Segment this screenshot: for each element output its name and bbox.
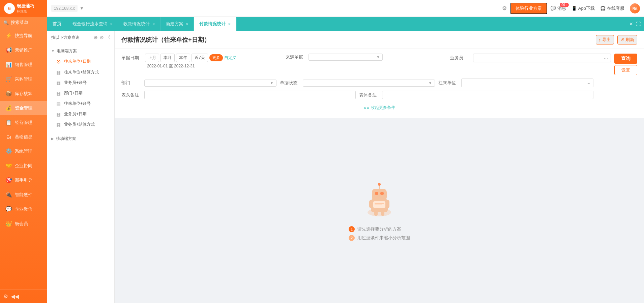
- purchase-icon: 🛒: [5, 76, 12, 82]
- sidebar-item-purchase[interactable]: 🛒 采购管理: [0, 72, 47, 86]
- source-voucher-select[interactable]: ▼: [309, 54, 383, 61]
- svg-rect-4: [374, 211, 378, 216]
- partner-dots-icon[interactable]: ···: [586, 80, 590, 86]
- scheme-item-partner-settle[interactable]: ▦ 往来单位+结算方式: [47, 67, 114, 78]
- svg-rect-7: [375, 192, 378, 195]
- sidebar-item-wechat[interactable]: 💬 企业微信: [0, 202, 47, 216]
- phone-icon: 📱: [572, 6, 577, 11]
- scheme-group-pc-header[interactable]: ▼ 电脑端方案: [47, 46, 114, 56]
- wechat-icon: 💬: [5, 206, 12, 212]
- action-buttons: 查询 设置: [614, 54, 637, 75]
- sidebar-item-marketing[interactable]: 📢 营销推广: [0, 43, 47, 57]
- scheme-item-dept-date[interactable]: ▦ 部门+日期: [47, 88, 114, 98]
- partner-select[interactable]: ···: [461, 79, 593, 87]
- tab-bar: 首页 现金银行流水查询 × 收款情况统计 × 新建方案 × 付款情况统计 × ✕…: [47, 17, 644, 31]
- sidebar-item-system[interactable]: ⚙️ 系统管理: [0, 144, 47, 158]
- scheme-item-staff-settle[interactable]: ▦ 业务员+结算方式: [47, 119, 114, 130]
- header-settings-icon[interactable]: ⚙: [502, 5, 507, 11]
- collapse-panel-btn[interactable]: 《: [106, 34, 110, 40]
- scheme-settings-btn[interactable]: ⊛: [100, 35, 104, 40]
- refresh-btn[interactable]: ↺ 刷新: [617, 35, 637, 44]
- user-avatar[interactable]: Rit: [630, 3, 640, 13]
- custom-date-btn[interactable]: 自定义: [224, 55, 236, 61]
- guide-icon: 🎯: [5, 177, 12, 183]
- scheme-group-pc: ▼ 电脑端方案 ⊙ 往来单位+日期 ▦ 往来单位+结算方式 ▦ 业务员+账号 ▦: [47, 44, 114, 132]
- tab-new-scheme[interactable]: 新建方案 ×: [160, 17, 194, 31]
- last-7days-btn[interactable]: 近7天: [192, 54, 208, 62]
- message-btn[interactable]: 💬 消息 99+: [551, 5, 566, 11]
- this-month-btn[interactable]: 本月: [160, 54, 175, 62]
- table-header-note-field: 表头备注: [121, 91, 356, 99]
- scheme-group-mobile-header[interactable]: ▶ 移动端方案: [47, 134, 114, 144]
- tab-bank-flow[interactable]: 现金银行流水查询 ×: [67, 17, 118, 31]
- search-icon: 🔍: [3, 20, 9, 25]
- salesman-dots-icon[interactable]: ···: [604, 55, 608, 61]
- partner-field: 往来单位 ···: [438, 79, 593, 87]
- sidebar-nav: ⚡ 快捷导航 📢 营销推广 📊 销售管理 🛒 采购管理 📦 库存核算 💰 资金管…: [0, 28, 47, 290]
- table-body-note-label: 表体备注: [359, 92, 379, 98]
- dept-select[interactable]: ▼: [144, 80, 276, 87]
- more-btn[interactable]: 更多: [209, 54, 223, 61]
- filter-row-2: 部门 ▼ 单据状态 ▼ 往来单位: [121, 79, 637, 87]
- empty-tip-1: 1 请先选择要分析的方案: [349, 226, 410, 232]
- export-btn[interactable]: ↑ 导出: [596, 35, 614, 44]
- query-btn[interactable]: 查询: [614, 54, 637, 64]
- scheme-icon-6: ▦: [55, 122, 61, 127]
- sidebar-item-operation[interactable]: 📋 经营管理: [0, 115, 47, 130]
- scheme-item-partner-date[interactable]: ⊙ 往来单位+日期: [47, 56, 114, 67]
- sidebar-bottom: ⚙ ◀◀: [0, 290, 47, 303]
- app-download-btn[interactable]: 📱 App下载: [572, 5, 595, 11]
- salesman-select[interactable]: ···: [473, 54, 611, 62]
- source-voucher-label: 来源单据: [286, 54, 306, 60]
- add-scheme-btn[interactable]: ⊕: [94, 35, 98, 40]
- sidebar-settings-btn[interactable]: ⚙: [3, 293, 8, 300]
- scheme-icon-4: ▤: [55, 101, 61, 107]
- maximize-btn[interactable]: ⛶: [636, 21, 641, 27]
- tab-close-payment-stat[interactable]: ×: [228, 22, 230, 26]
- partner-label: 往来单位: [438, 80, 459, 86]
- scheme-item-partner-account[interactable]: ▤ 往来单位+账号: [47, 98, 114, 109]
- vip-icon: 👑: [5, 220, 12, 227]
- headset-icon: 🎧: [600, 6, 606, 11]
- scheme-item-staff-date[interactable]: ▦ 业务员+日期: [47, 109, 114, 119]
- finance-icon: 💰: [5, 105, 12, 111]
- sidebar-item-guide[interactable]: 🎯 新手引导: [0, 173, 47, 187]
- sidebar-item-enterprise[interactable]: 🤝 企业协同: [0, 158, 47, 173]
- sidebar-collapse-btn[interactable]: ◀◀: [11, 293, 19, 300]
- empty-tip-2: 2 用过滤条件来缩小分析范围: [349, 235, 410, 241]
- tab-home[interactable]: 首页: [47, 17, 67, 31]
- this-year-btn[interactable]: 本年: [176, 54, 190, 62]
- sidebar-item-vip[interactable]: 👑 畅会员: [0, 216, 47, 231]
- svg-rect-6: [372, 189, 387, 201]
- tab-close-receipt-stat[interactable]: ×: [152, 22, 154, 26]
- export-icon: ↑: [599, 37, 601, 42]
- tab-close-new-scheme[interactable]: ×: [186, 22, 188, 26]
- set-btn[interactable]: 设置: [614, 65, 637, 75]
- content-area: 按以下方案查询 ⊕ ⊛ 《 ▼ 电脑端方案 ⊙ 往来单位+日期 ▦: [47, 31, 644, 303]
- scheme-icon-5: ▦: [55, 112, 61, 117]
- main-area: 192.168.x.x ▼ ⚙ 体验行业方案 💬 消息 99+ 📱 App下载 …: [47, 0, 644, 303]
- sidebar-item-sales[interactable]: 📊 销售管理: [0, 57, 47, 72]
- collapse-filter-btn[interactable]: ∧∧ 收起更多条件: [121, 102, 637, 113]
- table-header-note-input[interactable]: [144, 91, 356, 99]
- online-service-btn[interactable]: 🎧 在线客服: [600, 5, 624, 11]
- table-body-note-input[interactable]: [382, 91, 593, 99]
- sidebar-item-hardware[interactable]: 🔌 智能硬件: [0, 187, 47, 202]
- sidebar-item-quick-nav[interactable]: ⚡ 快捷导航: [0, 28, 47, 43]
- dept-field: 部门 ▼: [121, 80, 276, 87]
- voucher-status-select[interactable]: ▼: [303, 80, 435, 87]
- search-menu[interactable]: 🔍 搜索菜单: [0, 17, 47, 28]
- address-text: 192.168.x.x: [51, 5, 78, 12]
- voucher-status-field: 单据状态 ▼: [280, 80, 435, 87]
- last-month-btn[interactable]: 上月: [145, 54, 159, 62]
- svg-rect-5: [381, 211, 384, 216]
- sidebar-item-finance[interactable]: 💰 资金管理: [0, 101, 47, 115]
- close-all-tabs-btn[interactable]: ✕: [629, 21, 633, 27]
- trial-btn[interactable]: 体验行业方案: [510, 3, 547, 14]
- tab-close-bank-flow[interactable]: ×: [110, 22, 112, 26]
- tab-payment-stat[interactable]: 付款情况统计 ×: [194, 17, 236, 31]
- scheme-item-staff-account[interactable]: ▦ 业务员+账号: [47, 78, 114, 88]
- sidebar-item-inventory[interactable]: 📦 库存核算: [0, 86, 47, 101]
- sidebar-item-basic-info[interactable]: 🗂 基础信息: [0, 130, 47, 144]
- tab-receipt-stat[interactable]: 收款情况统计 ×: [118, 17, 160, 31]
